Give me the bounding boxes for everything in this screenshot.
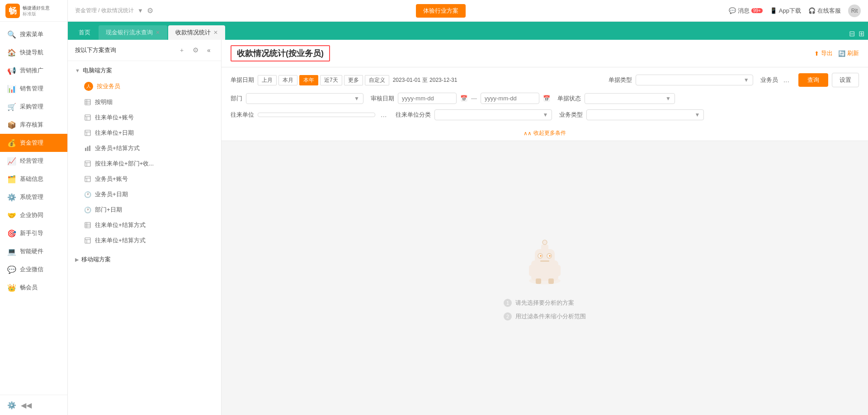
svg-rect-11 — [87, 146, 89, 151]
svg-rect-19 — [85, 222, 90, 228]
messages-button[interactable]: 💬 消息 99+ — [729, 7, 763, 15]
scheme-item-partner-settle1[interactable]: 往来单位+结算方式 — [68, 217, 221, 233]
sidebar-item-system[interactable]: ⚙️ 系统管理 — [0, 188, 67, 206]
scheme-settings-button[interactable]: ⚙ — [190, 45, 200, 55]
sidebar-item-basic[interactable]: 🗂️ 基础信息 — [0, 170, 67, 188]
scheme-item-partner-dept[interactable]: 按往来单位+部门+收... — [68, 156, 221, 171]
date-btn-this-month[interactable]: 本月 — [278, 75, 297, 85]
finance-icon: 💰 — [7, 138, 16, 147]
online-service-button[interactable]: 🎧 在线客服 — [808, 7, 841, 15]
collapse-panel-button[interactable]: « — [204, 45, 214, 55]
partner-select[interactable] — [258, 113, 375, 117]
headset-icon: 🎧 — [808, 7, 816, 14]
tab-minimize-icon[interactable]: ⊟ — [849, 29, 855, 38]
sidebar-item-enterprise[interactable]: 🤝 企业协同 — [0, 206, 67, 224]
sidebar-item-purchase[interactable]: 🛒 采购管理 — [0, 98, 67, 116]
business-type-label: 业务类型 — [559, 111, 583, 119]
collapse-sidebar-icon[interactable]: ◀◀ — [22, 401, 31, 410]
sidebar-item-wechat[interactable]: 💬 企业微信 — [0, 260, 67, 278]
sidebar-item-sales[interactable]: 📊 销售管理 — [0, 80, 67, 98]
sidebar-item-search[interactable]: 🔍 搜索菜单 — [0, 25, 67, 43]
tip-text-1: 请先选择要分析的方案 — [515, 299, 574, 307]
sidebar-item-operation[interactable]: 📈 经营管理 — [0, 152, 67, 170]
mobile-scheme-chevron: ▶ — [75, 257, 79, 263]
partner-more-btn[interactable]: ... — [379, 111, 388, 119]
business-type-select[interactable]: ▼ — [586, 109, 704, 120]
partner-category-select[interactable]: ▼ — [434, 109, 552, 120]
message-badge: 99+ — [751, 8, 763, 13]
tab-bank[interactable]: 现金银行流水查询 ✕ — [99, 25, 167, 40]
partner-dept-icon — [84, 160, 91, 167]
svg-rect-0 — [85, 99, 90, 105]
settings-footer-icon[interactable]: ⚙️ — [7, 401, 16, 410]
enterprise-icon: 🤝 — [7, 211, 16, 220]
scheme-item-partner-account[interactable]: 往来单位+账号 — [68, 110, 221, 125]
operation-icon: 📈 — [7, 156, 16, 165]
settings-header-icon[interactable]: ⚙ — [147, 6, 153, 15]
tab-bank-close[interactable]: ✕ — [156, 29, 160, 36]
trial-button[interactable]: 体验行业方案 — [416, 4, 466, 18]
svg-rect-37 — [548, 278, 554, 284]
svg-rect-35 — [556, 265, 561, 276]
sidebar-item-quicknav[interactable]: 🏠 快捷导航 — [0, 43, 67, 61]
mobile-scheme-header[interactable]: ▶ 移动端方案 — [68, 252, 221, 267]
collapse-more-button[interactable]: ∧∧ 收起更多条件 — [231, 126, 859, 141]
scheme-item-salesperson-settle[interactable]: 业务员+结算方式 — [68, 141, 221, 156]
filter-row-2: 部门 ▼ 审核日期 📅 — 📅 — [231, 93, 859, 104]
empty-illustration — [518, 236, 572, 290]
dept-select[interactable]: ▼ — [246, 93, 363, 104]
page-title-box: 收款情况统计(按业务员) — [231, 45, 330, 61]
desktop-scheme-header[interactable]: ▼ 电脑端方案 — [68, 63, 221, 78]
sidebar-item-finance[interactable]: 💰 资金管理 — [0, 134, 67, 152]
export-button[interactable]: ⬆ 导出 — [814, 49, 833, 57]
sidebar-item-member[interactable]: 👑 畅会员 — [0, 278, 67, 297]
scheme-item-partner-settle2[interactable]: 往来单位+结算方式 — [68, 233, 221, 248]
calendar-icon2[interactable]: 📅 — [543, 95, 550, 102]
refresh-button[interactable]: 🔄 刷新 — [838, 49, 859, 57]
user-avatar[interactable]: Rit — [848, 5, 861, 17]
tab-receipt-close[interactable]: ✕ — [213, 29, 218, 36]
scheme-item-by-detail[interactable]: 按明细 — [68, 94, 221, 110]
empty-tip-1: 1 请先选择要分析的方案 — [504, 299, 586, 307]
sales-icon: 📊 — [7, 84, 16, 93]
tab-receipt[interactable]: 收款情况统计 ✕ — [168, 25, 225, 40]
review-date-start-input[interactable] — [398, 93, 457, 104]
sidebar-item-marketing[interactable]: 📢 营销推广 — [0, 61, 67, 80]
tip-number-2: 2 — [504, 312, 512, 321]
date-btn-more[interactable]: 更多 — [344, 75, 363, 85]
tip-number-1: 1 — [504, 299, 512, 307]
date-btn-last-month[interactable]: 上月 — [258, 75, 277, 85]
date-btn-custom[interactable]: 自定义 — [365, 75, 389, 85]
marketing-icon: 📢 — [7, 66, 16, 75]
sidebar-item-guide[interactable]: 🎯 新手引导 — [0, 224, 67, 242]
date-range: 2023-01-01 至 2023-12-31 — [393, 76, 458, 84]
top-header: 资金管理 / 收款情况统计 ▼ ⚙ 体验行业方案 💬 消息 99+ 📱 App下… — [68, 0, 868, 22]
scheme-item-salesperson-account[interactable]: 业务员+账号 — [68, 171, 221, 187]
scheme-item-by-salesperson[interactable]: 人 按业务员 — [68, 78, 221, 94]
doc-status-select[interactable]: ▼ — [585, 93, 675, 104]
date-shortcuts: 上月 本月 本年 近7天 更多 自定义 — [258, 75, 389, 85]
scheme-item-partner-date[interactable]: 往来单位+日期 — [68, 125, 221, 141]
basic-icon: 🗂️ — [7, 174, 16, 184]
breadcrumb-dropdown-icon[interactable]: ▼ — [137, 7, 143, 14]
tab-home[interactable]: 首页 — [71, 25, 98, 40]
app-download-button[interactable]: 📱 App下载 — [770, 7, 801, 15]
filter-settings-button[interactable]: 设置 — [832, 73, 859, 87]
calendar-icon1[interactable]: 📅 — [460, 95, 467, 102]
tab-expand-icon[interactable]: ⊞ — [859, 29, 864, 38]
scheme-item-salesperson-date[interactable]: 🕐 业务员+日期 — [68, 187, 221, 202]
salesperson-more-btn[interactable]: ... — [782, 76, 791, 84]
date-btn-7days[interactable]: 近7天 — [320, 75, 342, 85]
sidebar-item-hardware[interactable]: 💻 智能硬件 — [0, 242, 67, 260]
add-scheme-button[interactable]: + — [177, 45, 187, 55]
date-btn-this-year[interactable]: 本年 — [299, 75, 318, 85]
content-area: 1 请先选择要分析的方案 2 用过滤条件来缩小分析范围 — [222, 141, 868, 415]
doc-type-select[interactable]: ▼ — [636, 75, 753, 85]
logo-name: 畅捷通好生意 — [23, 5, 50, 11]
review-date-end-input[interactable] — [481, 93, 539, 104]
query-button[interactable]: 查询 — [798, 73, 828, 87]
sidebar-item-inventory[interactable]: 📦 库存核算 — [0, 116, 67, 134]
svg-rect-33 — [540, 260, 549, 262]
scheme-item-dept-date[interactable]: 🕐 部门+日期 — [68, 202, 221, 217]
partner-category-filter: 往来单位分类 ▼ — [396, 109, 552, 120]
